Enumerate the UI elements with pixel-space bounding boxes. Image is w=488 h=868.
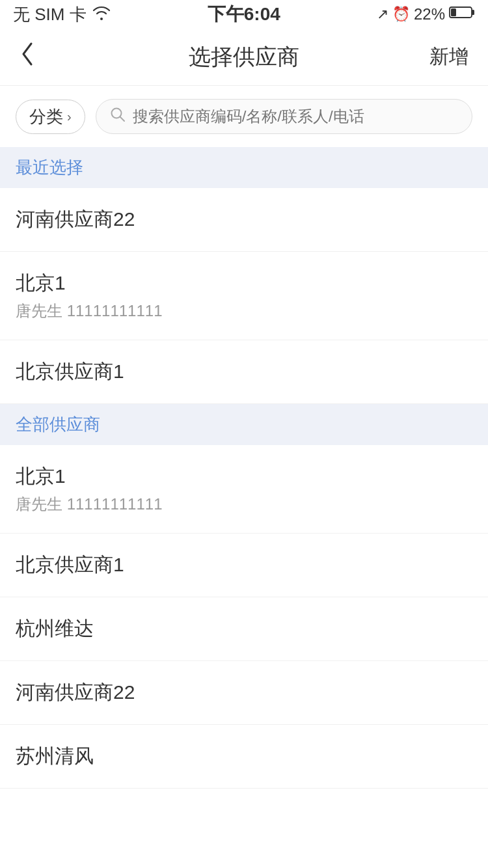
item-name: 河南供应商22	[16, 679, 472, 706]
item-name: 苏州清风	[16, 743, 472, 770]
list-item[interactable]: 河南供应商22	[0, 661, 488, 725]
wifi-icon	[92, 5, 111, 25]
no-sim-text: 无 SIM 卡	[13, 3, 87, 26]
list-item[interactable]: 北京供应商1	[0, 534, 488, 597]
status-bar: 无 SIM 卡 下午6:04 ↗ ⏰ 22%	[0, 0, 488, 29]
svg-line-4	[120, 117, 124, 122]
list-item[interactable]: 杭州维达	[0, 597, 488, 661]
item-name: 杭州维达	[16, 616, 472, 642]
category-label: 分类	[29, 105, 63, 128]
item-name: 北京1	[16, 270, 472, 297]
all-section-header: 全部供应商	[0, 404, 488, 445]
battery-icon	[449, 5, 475, 23]
svg-rect-2	[451, 8, 456, 16]
category-filter-button[interactable]: 分类 ›	[16, 100, 85, 134]
list-item[interactable]: 苏州清风	[0, 725, 488, 789]
status-left: 无 SIM 卡	[13, 3, 111, 26]
list-item[interactable]: 北京1唐先生 11111111111	[0, 252, 488, 340]
back-button[interactable]	[20, 41, 59, 73]
alarm-icon: ⏰	[392, 6, 410, 23]
list-item[interactable]: 河南供应商22	[0, 188, 488, 252]
item-name: 北京供应商1	[16, 552, 472, 578]
page-title: 选择供应商	[189, 42, 299, 72]
status-time: 下午6:04	[208, 2, 280, 27]
battery-percent: 22%	[414, 5, 445, 23]
nav-bar: 选择供应商 新增	[0, 29, 488, 86]
item-name: 北京供应商1	[16, 359, 472, 385]
item-sub: 唐先生 11111111111	[16, 301, 472, 321]
search-box[interactable]	[96, 99, 472, 134]
all-section-title: 全部供应商	[16, 414, 100, 434]
search-icon	[109, 106, 126, 127]
add-button[interactable]: 新增	[429, 44, 468, 70]
filter-bar: 分类 ›	[0, 86, 488, 147]
all-list: 北京1唐先生 11111111111北京供应商1杭州维达河南供应商22苏州清风	[0, 445, 488, 789]
location-icon: ↗	[377, 6, 388, 23]
item-sub: 唐先生 11111111111	[16, 494, 472, 515]
recent-section-title: 最近选择	[16, 157, 83, 177]
recent-list: 河南供应商22北京1唐先生 11111111111北京供应商1	[0, 188, 488, 404]
item-name: 河南供应商22	[16, 206, 472, 233]
search-input[interactable]	[133, 107, 459, 126]
status-right: ↗ ⏰ 22%	[377, 5, 475, 23]
item-name: 北京1	[16, 463, 472, 490]
list-item[interactable]: 北京1唐先生 11111111111	[0, 445, 488, 534]
chevron-right-icon: ›	[67, 109, 72, 124]
svg-rect-1	[472, 10, 474, 15]
list-item[interactable]: 北京供应商1	[0, 340, 488, 404]
recent-section-header: 最近选择	[0, 147, 488, 188]
